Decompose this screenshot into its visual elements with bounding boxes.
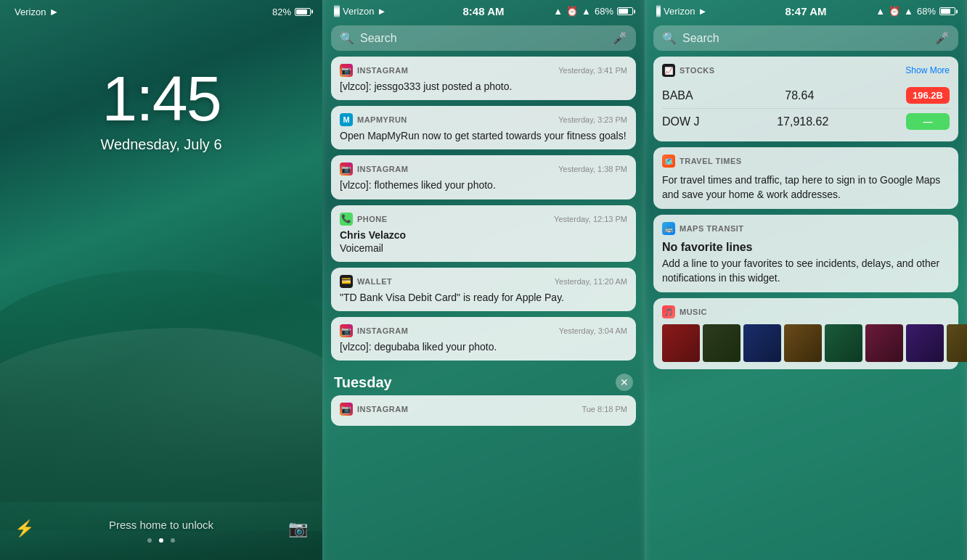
notif-body-5: "TD Bank Visa Debit Card" is ready for A… <box>340 291 627 304</box>
lock-carrier: Verizon ► <box>12 6 59 17</box>
notif-instagram-icon-tue: 📷 <box>340 403 353 416</box>
notif-battery-pct: 68% <box>595 6 613 17</box>
travel-widget-header: 🗺️ TRAVEL TIMES <box>662 155 950 168</box>
notif-app-name-2: MAPMYRUN <box>357 115 407 124</box>
album-8[interactable] <box>947 324 967 362</box>
lock-status-bar: Verizon ► 82% <box>0 0 322 23</box>
maps-transit-widget[interactable]: 🚌 MAPS TRANSIT No favorite lines Add a l… <box>653 215 958 292</box>
notif-app-name-6: INSTAGRAM <box>357 326 408 335</box>
widgets-status-right: ▲ ⏰ ▲ 68% <box>876 6 955 17</box>
notif-item-1[interactable]: 📷 INSTAGRAM Yesterday, 3:41 PM [vlzco]: … <box>331 57 636 100</box>
notif-carrier-name: Verizon <box>343 6 374 17</box>
notif-time: 8:48 AM <box>463 5 505 17</box>
notif-location-icon: ▲ <box>553 6 563 17</box>
notif-status-bar: Verizon ► 8:48 AM ▲ ⏰ ▲ 68% <box>322 0 645 22</box>
notif-app-name-tuesday-1: INSTAGRAM <box>357 405 408 413</box>
notif-header-2: M MAPMYRUN Yesterday, 3:23 PM <box>340 113 627 126</box>
notif-item-4[interactable]: 📞 PHONE Yesterday, 12:13 PM Chris Velazc… <box>331 205 636 262</box>
notif-app-name-4: PHONE <box>357 215 388 223</box>
notif-item-6[interactable]: 📷 INSTAGRAM Yesterday, 3:04 AM [vlzco]: … <box>331 317 636 361</box>
transit-title: No favorite lines <box>662 241 950 254</box>
notif-signal <box>334 6 340 17</box>
music-widget[interactable]: 🎵 MUSIC <box>653 298 958 369</box>
lock-camera-icon[interactable]: 📷 <box>288 519 308 538</box>
lock-page-indicator <box>0 532 322 545</box>
notif-time-5: Yesterday, 11:20 AM <box>555 277 627 286</box>
stocks-row-dowj: DOW J 17,918.62 — <box>662 109 950 134</box>
stocks-widget[interactable]: 📈 STOCKS Show More BABA 78.64 196.2B DOW… <box>653 57 958 141</box>
tuesday-section-close[interactable]: ✕ <box>616 374 633 391</box>
notif-item-3[interactable]: 📷 INSTAGRAM Yesterday, 1:38 PM [vlzco]: … <box>331 155 636 199</box>
lock-date: Wednesday, July 6 <box>0 136 322 153</box>
notif-instagram-icon-6: 📷 <box>340 324 353 337</box>
notif-header-4: 📞 PHONE Yesterday, 12:13 PM <box>340 213 627 226</box>
notif-status-right: ▲ ⏰ ▲ 68% <box>553 6 633 17</box>
lock-time-display: 1:45 <box>0 67 322 131</box>
notif-header-3: 📷 INSTAGRAM Yesterday, 1:38 PM <box>340 162 627 176</box>
travel-times-widget[interactable]: 🗺️ TRAVEL TIMES For travel times and tra… <box>653 147 958 209</box>
album-2[interactable] <box>703 324 740 362</box>
notif-mapmyrun-icon: M <box>340 113 353 126</box>
music-app-name: MUSIC <box>680 308 707 316</box>
notif-item-tuesday-1[interactable]: 📷 INSTAGRAM Tue 8:18 PM <box>331 395 636 426</box>
notif-body-3: [vlzco]: flothemes liked your photo. <box>340 178 627 192</box>
stocks-show-more[interactable]: Show More <box>905 65 950 75</box>
music-app-info: 🎵 MUSIC <box>662 305 707 318</box>
lock-carrier-name: Verizon <box>15 7 46 17</box>
notif-time-1: Yesterday, 3:41 PM <box>558 66 627 75</box>
album-5[interactable] <box>825 324 862 362</box>
transit-body-text: Add a line to your favorites to see inci… <box>662 257 950 285</box>
notif-app-info-1: 📷 INSTAGRAM <box>340 64 408 77</box>
notif-mic-icon[interactable]: 🎤 <box>613 31 627 45</box>
notif-item-5[interactable]: 💳 WALLET Yesterday, 11:20 AM "TD Bank Vi… <box>331 268 636 311</box>
widgets-panel: Verizon ► 8:47 AM ▲ ⏰ ▲ 68% 🔍 Search 🎤 📈… <box>645 0 967 560</box>
widgets-battery-pct: 68% <box>917 6 936 17</box>
album-4[interactable] <box>784 324 822 362</box>
notif-carrier: Verizon ► <box>334 6 386 17</box>
notifications-panel: Verizon ► 8:48 AM ▲ ⏰ ▲ 68% 🔍 Search 🎤 📷… <box>322 0 645 560</box>
notif-bluetooth-icon: ▲ <box>582 6 591 17</box>
widgets-scroll-area[interactable]: 📈 STOCKS Show More BABA 78.64 196.2B DOW… <box>645 57 967 559</box>
transit-app-name: MAPS TRANSIT <box>680 224 744 233</box>
widgets-mic-icon[interactable]: 🎤 <box>935 31 950 45</box>
notif-search-bar[interactable]: 🔍 Search 🎤 <box>331 25 636 51</box>
music-app-icon: 🎵 <box>662 305 675 318</box>
notif-app-info-3: 📷 INSTAGRAM <box>340 162 408 176</box>
notif-app-info-6: 📷 INSTAGRAM <box>340 324 408 337</box>
notif-app-name-3: INSTAGRAM <box>357 165 408 173</box>
album-1[interactable] <box>662 324 700 362</box>
lock-home-text[interactable]: Press home to unlock <box>0 519 322 531</box>
stock-baba-change: 196.2B <box>906 87 950 104</box>
widgets-carrier-name: Verizon <box>664 6 695 17</box>
notif-time-6: Yesterday, 3:04 AM <box>559 326 627 335</box>
notif-scroll-area[interactable]: 📷 INSTAGRAM Yesterday, 3:41 PM [vlzco]: … <box>322 57 645 559</box>
widgets-wifi-icon: ► <box>698 6 707 17</box>
widgets-search-bar[interactable]: 🔍 Search 🎤 <box>653 25 958 51</box>
widgets-status-bar: Verizon ► 8:47 AM ▲ ⏰ ▲ 68% <box>645 0 967 22</box>
notif-time-tuesday-1: Tue 8:18 PM <box>582 405 627 413</box>
transit-app-info: 🚌 MAPS TRANSIT <box>662 222 744 235</box>
transit-widget-header: 🚌 MAPS TRANSIT <box>662 222 950 235</box>
notif-body-1: [vlzco]: jessgo333 just posted a photo. <box>340 80 627 93</box>
stocks-app-icon: 📈 <box>662 64 675 77</box>
widgets-location-icon: ▲ <box>876 6 885 17</box>
album-6[interactable] <box>865 324 903 362</box>
tuesday-section-title: Tuesday <box>334 374 392 391</box>
album-3[interactable] <box>743 324 781 362</box>
lock-status-right: 82% <box>272 7 311 17</box>
stock-dowj-price: 17,918.62 <box>777 115 828 128</box>
travel-app-icon: 🗺️ <box>662 155 675 168</box>
notif-app-info-tuesday-1: 📷 INSTAGRAM <box>340 403 408 416</box>
stock-dowj-name: DOW J <box>662 115 700 128</box>
stock-baba-name: BABA <box>662 89 693 102</box>
album-7[interactable] <box>906 324 944 362</box>
music-albums <box>662 324 950 362</box>
notif-phone-icon: 📞 <box>340 213 353 226</box>
notif-time-2: Yesterday, 3:23 PM <box>558 115 627 124</box>
widgets-search-icon: 🔍 <box>662 31 677 45</box>
notif-instagram-icon-1: 📷 <box>340 64 353 77</box>
widgets-time: 8:47 AM <box>786 5 827 17</box>
notif-item-2[interactable]: M MAPMYRUN Yesterday, 3:23 PM Open MapMy… <box>331 106 636 149</box>
stock-baba-price: 78.64 <box>785 89 814 102</box>
lock-screen-panel: Verizon ► 82% 1:45 Wednesday, July 6 ⚡ P… <box>0 0 322 560</box>
